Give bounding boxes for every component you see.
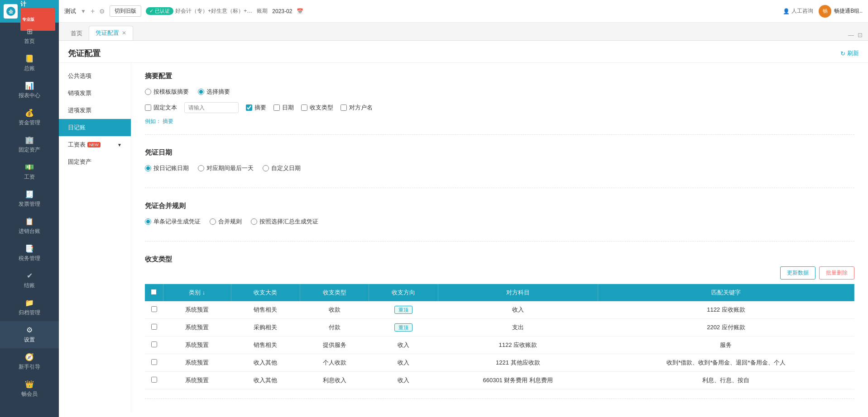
tab-close-icon[interactable]: ✕	[122, 30, 126, 36]
row-category-1: 系统预置	[163, 301, 231, 319]
bulk-delete-button[interactable]: 批量删除	[819, 266, 854, 280]
sidebar-item-archive[interactable]: 📁 归档管理	[0, 294, 59, 321]
example-text: 例如： 摘要	[145, 118, 854, 125]
nav-item-public[interactable]: 公共选项	[59, 67, 131, 85]
refresh-button[interactable]: ↻ 刷新	[840, 49, 859, 57]
avatar: 畅	[819, 5, 831, 18]
checkbox-summary-input[interactable]	[246, 104, 252, 111]
add-button[interactable]: +	[91, 7, 95, 15]
summary-checkbox-row: 固定文本 摘要 日期 收支类型	[145, 102, 854, 113]
update-data-button[interactable]: 更新数据	[780, 266, 815, 280]
consult-button[interactable]: 👤 人工咨询	[783, 7, 813, 15]
radio-merge-rules[interactable]: 合并规则	[210, 218, 242, 226]
row-select-3[interactable]	[151, 341, 157, 347]
sidebar-item-invoice[interactable]: 🧾 发票管理	[0, 185, 59, 213]
calendar-icon[interactable]: 📅	[297, 8, 303, 14]
checkbox-party[interactable]: 对方户名	[340, 104, 373, 112]
row-checkbox-3	[145, 336, 163, 354]
row-subject-2: 2202 应付账款	[598, 319, 854, 336]
row-subject-1: 1122 应收账款	[598, 301, 854, 319]
radio-select-input[interactable]	[198, 89, 204, 95]
section-title-summary: 摘要配置	[145, 72, 854, 81]
table-header: 类别 ↓ 收支大类 收支类型 收支方向	[145, 284, 854, 301]
table-actions: 更新数据 批量删除	[145, 266, 854, 280]
nav-item-payroll[interactable]: 工资表 NEW ▼	[59, 136, 131, 153]
section-merge: 凭证合并规则 单条记录生成凭证 合并规则 按照选择汇总生成凭证	[145, 202, 854, 242]
sidebar-item-salary[interactable]: 💵 工资	[0, 158, 59, 185]
checkbox-date-input[interactable]	[273, 104, 280, 111]
switch-version-button[interactable]: 切到旧版	[110, 5, 141, 17]
reset-tag-1[interactable]: 重顶	[394, 306, 412, 314]
th-type: 收支类型	[300, 284, 369, 301]
radio-custom-input[interactable]	[263, 165, 269, 171]
radio-template-summary[interactable]: 按模板版摘要	[145, 88, 189, 96]
row-select-2[interactable]	[151, 324, 157, 330]
radio-single-input[interactable]	[145, 218, 151, 225]
sidebar-item-ledger[interactable]: 📒 总账	[0, 50, 59, 77]
nav-item-fixed-assets[interactable]: 固定资产	[59, 153, 131, 171]
row-subject-4: 1221 其他应收款	[438, 354, 598, 372]
sidebar-label-member: 畅会员	[21, 390, 38, 398]
radio-summary-voucher[interactable]: 按照选择汇总生成凭证	[251, 218, 318, 226]
sidebar-item-home[interactable]: ⊞ 首页	[0, 23, 59, 50]
row-major-4: 收入其他	[231, 354, 300, 372]
checkbox-summary[interactable]: 摘要	[246, 104, 266, 112]
company-chevron-icon[interactable]: ▼	[81, 8, 86, 14]
sidebar-item-close[interactable]: ✔ 结账	[0, 267, 59, 294]
settings-gear-icon[interactable]: ⚙	[99, 8, 105, 15]
window-minimize-icon[interactable]: —	[848, 32, 854, 38]
tab-voucher-config[interactable]: 凭证配置 ✕	[89, 26, 133, 40]
section-date: 凭证日期 按日记账日期 对应期间最后一天 自定义日期	[145, 148, 854, 188]
row-select-5[interactable]	[151, 377, 157, 383]
section-summary: 摘要配置 按模板版摘要 选择摘要	[145, 72, 854, 135]
radio-summary-input[interactable]	[251, 218, 257, 225]
sidebar-item-assets[interactable]: 🏢 固定资产	[0, 131, 59, 158]
tab-home[interactable]: 首页	[64, 27, 89, 40]
sidebar-item-settings[interactable]: ⚙ 设置	[0, 321, 59, 348]
merge-radio-group: 单条记录生成凭证 合并规则 按照选择汇总生成凭证	[145, 218, 854, 226]
reset-tag-2[interactable]: 重顶	[394, 323, 412, 332]
sidebar-item-tax[interactable]: 📑 税务管理	[0, 240, 59, 267]
nav-item-purchase-invoice[interactable]: 进项发票	[59, 102, 131, 119]
row-select-1[interactable]	[151, 306, 157, 312]
fixed-text-input[interactable]	[184, 102, 239, 113]
checkbox-fixed-text[interactable]: 固定文本	[145, 104, 177, 112]
radio-single[interactable]: 单条记录生成凭证	[145, 218, 201, 226]
company-name: 测试	[64, 7, 76, 15]
radio-diary-date[interactable]: 按日记账日期	[145, 164, 189, 172]
th-category: 类别 ↓	[163, 284, 231, 301]
radio-custom-date[interactable]: 自定义日期	[263, 164, 301, 172]
checkbox-type[interactable]: 收支类型	[301, 104, 333, 112]
checkbox-type-input[interactable]	[301, 104, 307, 111]
sidebar-label-home: 首页	[24, 38, 35, 45]
radio-template-input[interactable]	[145, 89, 151, 95]
checkbox-summary-label: 摘要	[254, 104, 266, 112]
row-category-2: 系统预置	[163, 319, 231, 336]
sidebar-item-reports[interactable]: 📊 报表中心	[0, 77, 59, 104]
radio-single-label: 单条记录生成凭证	[153, 218, 201, 226]
nav-item-sales-invoice[interactable]: 销项发票	[59, 85, 131, 102]
row-checkbox-2	[145, 319, 163, 336]
radio-merge-input[interactable]	[210, 218, 216, 225]
assets-icon: 🏢	[25, 136, 34, 144]
radio-last-day[interactable]: 对应期间最后一天	[198, 164, 254, 172]
archive-icon: 📁	[25, 299, 34, 307]
sidebar-item-guide[interactable]: 🧭 新手引导	[0, 348, 59, 375]
sidebar-label-funds: 资金管理	[19, 119, 40, 127]
select-all-checkbox[interactable]	[151, 289, 157, 295]
radio-last-day-input[interactable]	[198, 165, 204, 171]
checkbox-party-input[interactable]	[340, 104, 347, 111]
checkbox-date[interactable]: 日期	[273, 104, 294, 112]
username[interactable]: 畅捷通B组..	[834, 7, 863, 15]
radio-select-summary[interactable]: 选择摘要	[198, 88, 230, 96]
window-maximize-icon[interactable]: ⊡	[858, 32, 863, 38]
row-reset-2: 重顶	[369, 319, 438, 336]
nav-item-journal[interactable]: 日记账	[59, 119, 131, 136]
sidebar-item-funds[interactable]: 💰 资金管理	[0, 104, 59, 131]
checkbox-fixed-text-input[interactable]	[145, 104, 151, 111]
th-major: 收支大类	[231, 284, 300, 301]
row-select-4[interactable]	[151, 359, 157, 365]
sidebar-item-purchase[interactable]: 📋 进销台账	[0, 213, 59, 240]
radio-diary-input[interactable]	[145, 165, 151, 171]
sidebar-item-member[interactable]: 👑 畅会员	[0, 375, 59, 403]
